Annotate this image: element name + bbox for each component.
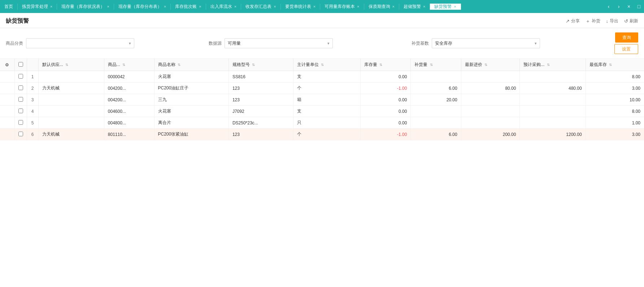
col-replenish-qty[interactable]: 补货量 ⇅ (411, 59, 461, 71)
tab-inout-flow[interactable]: 出入库流水× (206, 4, 241, 10)
row-product-name: 离合片 (154, 117, 229, 129)
tab-close-collect-send[interactable]: × (274, 4, 276, 9)
category-select[interactable]: ▾ (26, 38, 134, 48)
col-estimated-purchase[interactable]: 预计采购... ⇅ (520, 59, 586, 71)
col-product-name[interactable]: 商品名称 ⇅ (154, 59, 229, 71)
tab-expand-btn[interactable]: □ (634, 0, 644, 13)
row-latest-price (461, 117, 520, 129)
tab-home[interactable]: 首页 (0, 4, 18, 10)
col-latest-price[interactable]: 最新进价 ⇅ (461, 59, 520, 71)
row-index: 4 (27, 106, 38, 117)
share-button[interactable]: ↗ 分享 (566, 18, 580, 24)
tab-close-stock-status[interactable]: × (107, 4, 109, 9)
col-product-code[interactable]: 商品... ⇅ (104, 59, 154, 71)
row-stock-qty: 0.00 (361, 94, 411, 106)
datasource-label: 数据源 (209, 40, 222, 47)
row-spec: J7092 (229, 106, 293, 117)
gear-icon[interactable]: ⚙ (5, 62, 9, 67)
row-replenish-qty: 6.00 (411, 83, 461, 94)
export-button[interactable]: ↓ 导出 (606, 18, 619, 24)
datasource-value: 可用量 (228, 40, 241, 47)
row-supplier: 力天机械 (38, 83, 104, 94)
row-spec: SS816 (229, 71, 293, 83)
category-chevron-icon: ▾ (129, 41, 131, 46)
row-product-code: 004600... (104, 106, 154, 117)
tab-close-batch[interactable]: × (199, 4, 201, 9)
tab-overstock[interactable]: 超储预警× (399, 4, 430, 10)
tab-stock-dist[interactable]: 现存量（库存分布表）× (114, 4, 171, 10)
table-row: 3 004200... 三九 123 箱 0.00 20.00 10.00 (0, 94, 644, 106)
row-estimated-purchase: 1200.00 (520, 129, 586, 140)
col-estimated-purchase-label: 预计采购... (523, 62, 544, 67)
row-min-stock: 8.00 (586, 106, 644, 117)
select-all-checkbox[interactable] (18, 62, 23, 67)
row-gear-cell (0, 94, 14, 106)
row-unit: 个 (293, 83, 360, 94)
row-product-code: 004200... (104, 94, 154, 106)
export-label: 导出 (610, 18, 618, 24)
tab-close-expiry[interactable]: × (392, 4, 395, 9)
row-supplier (38, 71, 104, 83)
settings-button[interactable]: 设置 (614, 44, 638, 54)
row-checkbox[interactable] (18, 132, 23, 136)
row-replenish-qty (411, 117, 461, 129)
tab-close-order-stat[interactable]: × (313, 4, 316, 9)
table-row: 6 力天机械 801110... PC200张紧油缸 123 个 -1.00 6… (0, 129, 644, 140)
replenish-base-value: 安全库存 (435, 40, 452, 47)
tab-close-stock-dist[interactable]: × (164, 4, 166, 9)
tab-close-exception[interactable]: × (50, 4, 52, 9)
main-content: 缺货预警 ↗ 分享 ＋ 补货 ↓ 导出 ↺ 刷新 商品分类 (0, 13, 644, 287)
replenish-button[interactable]: ＋ 补货 (586, 18, 600, 25)
table-container: ⚙ 默认供应... ⇅ 商品... ⇅ 商品名称 (0, 59, 644, 140)
row-checkbox[interactable] (18, 97, 23, 102)
refresh-button[interactable]: ↺ 刷新 (624, 18, 638, 24)
row-checkbox[interactable] (18, 85, 23, 90)
col-unit[interactable]: 主计量单位 ⇅ (293, 59, 360, 71)
tab-available-ledger[interactable]: 可用量库存账本× (320, 4, 364, 10)
col-product-code-label: 商品... (108, 62, 120, 67)
tab-expiry[interactable]: 保质期查询× (364, 4, 399, 10)
tab-stock-status[interactable]: 现存量（库存状况表）× (57, 4, 114, 10)
tab-close-btn[interactable]: × (624, 0, 634, 13)
row-checkbox[interactable] (18, 120, 23, 125)
share-icon: ↗ (566, 18, 570, 24)
tab-next-btn[interactable]: › (614, 0, 624, 13)
filter-actions: 查询 设置 (614, 32, 638, 54)
row-spec: 123 (229, 129, 293, 140)
row-latest-price: 80.00 (461, 83, 520, 94)
tab-exception[interactable]: 拣货异常处理× (18, 4, 57, 10)
datasource-select[interactable]: 可用量 ▾ (225, 38, 333, 48)
col-min-stock[interactable]: 最低库存 ⇅ (586, 59, 644, 71)
table-body: 1 0000042 火花塞 SS816 支 0.00 8.00 2 力天机械 0… (0, 71, 644, 140)
col-spec[interactable]: 规格型号 ⇅ (229, 59, 293, 71)
tab-close-overstock[interactable]: × (423, 4, 425, 9)
tab-close-shortage[interactable]: × (454, 4, 456, 9)
col-default-supplier[interactable]: 默认供应... ⇅ (38, 59, 104, 71)
tab-close-inout-flow[interactable]: × (234, 4, 236, 9)
col-stock-qty[interactable]: 库存量 ⇅ (361, 59, 411, 71)
tab-order-stat[interactable]: 要货单统计表× (281, 4, 320, 10)
row-stock-qty: 0.00 (361, 106, 411, 117)
tab-collect-send[interactable]: 收发存汇总表× (241, 4, 280, 10)
row-index: 1 (27, 71, 38, 83)
sort-unit-icon: ⇅ (321, 63, 324, 67)
row-estimated-purchase: 480.00 (520, 83, 586, 94)
row-spec: DS250*23c... (229, 117, 293, 129)
row-latest-price: 200.00 (461, 129, 520, 140)
tab-prev-btn[interactable]: ‹ (604, 0, 614, 13)
row-replenish-qty (411, 71, 461, 83)
row-checkbox[interactable] (18, 74, 23, 79)
query-button[interactable]: 查询 (615, 32, 638, 43)
tab-close-available-ledger[interactable]: × (357, 4, 359, 9)
row-gear-cell (0, 129, 14, 140)
row-checkbox[interactable] (18, 109, 23, 113)
tab-shortage[interactable]: 缺货预警× (430, 4, 461, 10)
row-replenish-qty: 6.00 (411, 129, 461, 140)
row-product-code: 801110... (104, 129, 154, 140)
row-estimated-purchase (520, 71, 586, 83)
tab-batch[interactable]: 库存批次账× (171, 4, 206, 10)
replenish-base-select[interactable]: 安全库存 ▾ (432, 38, 540, 48)
row-stock-qty: 0.00 (361, 117, 411, 129)
col-checkbox (14, 59, 27, 71)
col-default-supplier-label: 默认供应... (42, 62, 63, 67)
